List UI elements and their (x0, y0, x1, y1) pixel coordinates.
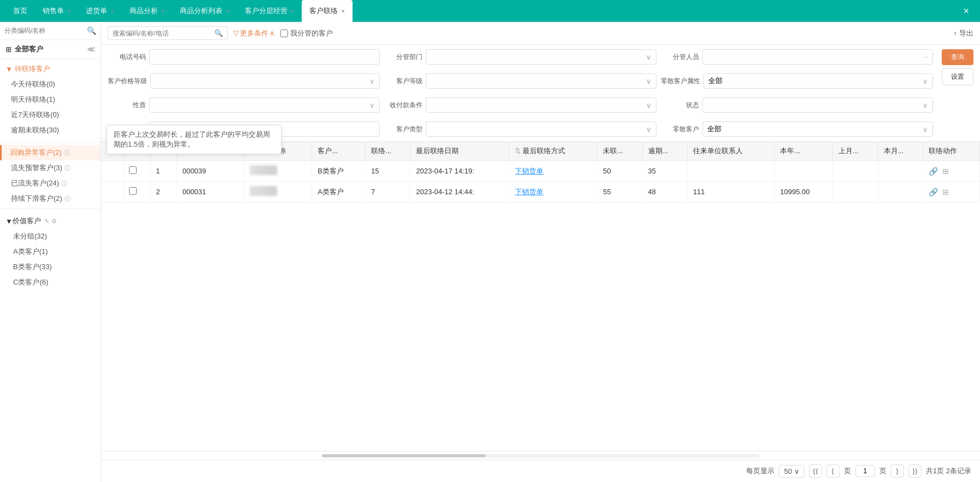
page-number-input[interactable] (855, 465, 875, 477)
nav-customer-tier-close[interactable]: × (291, 8, 294, 14)
row-last-method: 下销货单 (509, 182, 597, 202)
col-last-method: ⇅最后联络方式 (509, 142, 597, 161)
search-input[interactable] (113, 30, 212, 37)
sidebar-item-c-class[interactable]: C类客户(6) (0, 275, 101, 290)
gender-select[interactable]: ∨ (149, 97, 380, 113)
nav-product-list-close[interactable]: × (226, 8, 229, 14)
export-button[interactable]: ↑ 导出 (954, 28, 974, 38)
sidebar-all-customers-header[interactable]: ⊞ 全部客户 ≪ (0, 40, 101, 59)
query-button[interactable]: 查询 (942, 49, 973, 65)
settings-icon-sidebar[interactable]: ⚙ (51, 218, 57, 225)
row-type: A类客户 (312, 182, 366, 202)
horizontal-scrollbar-thumb[interactable] (322, 454, 486, 457)
first-page-button[interactable]: ⟨⟨ (809, 464, 822, 478)
action-grid-icon[interactable]: ⊞ (942, 188, 949, 196)
retail-attr-select[interactable]: 全部 ∨ (703, 73, 933, 89)
page-size-select[interactable]: 50 ∨ (779, 465, 804, 478)
row-current-month (878, 161, 923, 182)
sidebar-item-overdue[interactable]: 逾期未联络(30) (0, 123, 101, 138)
nav-product-list[interactable]: 商品分析列表 × (172, 0, 237, 22)
sidebar-item-a-class[interactable]: A类客户(1) (0, 244, 101, 259)
row-checkbox[interactable] (129, 166, 137, 174)
window-close-button[interactable]: × (958, 5, 975, 17)
nav-sales[interactable]: 销售单 × (35, 0, 78, 22)
chevron-down-icon-9: ∨ (923, 125, 928, 133)
last-page-button[interactable]: ⟩⟩ (908, 464, 922, 478)
phone-input[interactable] (149, 49, 380, 65)
search-icon[interactable]: 🔍 (214, 29, 223, 37)
sidebar-item-ungrouped[interactable]: 未分组(32) (0, 229, 101, 244)
my-customer-checkbox-area: 我分管的客户 (280, 28, 333, 38)
price-level-select[interactable]: ∨ (150, 73, 380, 89)
nav-product-analysis[interactable]: 商品分析 × (122, 0, 172, 22)
sidebar-item-already-lost[interactable]: 已流失客户(24) ⓘ (0, 176, 101, 191)
chevron-down-icon-3: ∨ (646, 77, 652, 85)
chevron-down-icon-5: ∨ (369, 101, 375, 109)
customer-level-select[interactable]: ∨ (426, 73, 656, 89)
row-name (244, 182, 312, 202)
sidebar-item-tomorrow[interactable]: 明天待联络(1) (0, 92, 101, 107)
row-code: 000031 (177, 182, 244, 202)
last-method-link[interactable]: 下销货单 (515, 167, 543, 175)
row-current-year: 10995.00 (774, 182, 833, 202)
payment-select[interactable]: ∨ (426, 97, 656, 113)
customer-name-blur (250, 186, 277, 196)
sidebar-divider-2 (0, 208, 101, 209)
col-contact-count: 联络... (366, 142, 410, 161)
sidebar-collapse-btn[interactable]: ≪ (87, 45, 95, 54)
next-page-button[interactable]: ⟩ (891, 464, 904, 478)
sidebar-search-input[interactable] (4, 27, 87, 34)
filter-buttons: 查询 设置 (942, 49, 973, 85)
action-link-icon[interactable]: 🔗 (929, 188, 938, 196)
my-customer-checkbox[interactable] (280, 30, 288, 37)
pagination: 每页显示 50 ∨ ⟨⟨ ⟨ 页 页 ⟩ ⟩⟩ 共1页 2条记录 (101, 460, 980, 482)
nav-customer-contact-close[interactable]: × (341, 8, 344, 14)
sidebar-item-repurchase-abnormal[interactable]: 回购异常客户(2) ⓘ (0, 145, 101, 160)
customer-type-select[interactable]: ∨ (426, 121, 656, 137)
filter-customer-level: 客户等级 ∨ (384, 73, 656, 89)
sidebar-search-icon[interactable]: 🔍 (87, 26, 96, 35)
row-checkbox[interactable] (129, 187, 137, 195)
filter-person: 分管人员 ··· (661, 49, 933, 65)
nav-product-analysis-close[interactable]: × (161, 8, 165, 14)
dept-select[interactable]: ∨ (426, 49, 656, 65)
retail-customer-select[interactable]: 全部 ∨ (702, 121, 933, 137)
value-customer-title[interactable]: ▼ 价值客户 ✎ ⚙ (0, 213, 101, 229)
last-method-link[interactable]: 下销货单 (515, 188, 543, 196)
horizontal-scrollbar-track[interactable] (322, 454, 759, 457)
filter-row-3: 性质 ∨ 收付款条件 ∨ 状态 (108, 97, 933, 113)
nav-customer-tier[interactable]: 客户分层经营 × (237, 0, 302, 22)
action-link-icon[interactable]: 🔗 (929, 167, 938, 176)
nav-sales-close[interactable]: × (67, 8, 71, 14)
sidebar-item-lost-preview[interactable]: 流失预警客户(3) ⓘ (0, 160, 101, 176)
info-icon-2: ⓘ (64, 164, 71, 172)
sidebar-item-b-class[interactable]: B类客户(33) (0, 259, 101, 275)
pending-section-title[interactable]: ▼ 待联络客户 (0, 61, 101, 77)
prev-page-button[interactable]: ⟨ (826, 464, 840, 478)
sidebar-item-continuous-down[interactable]: 持续下滑客户(2) ⓘ (0, 191, 101, 206)
edit-icon[interactable]: ✎ (44, 218, 49, 225)
horizontal-scrollbar-area (101, 451, 980, 460)
nav-purchase-close[interactable]: × (110, 8, 114, 14)
sidebar-search-area: 🔍 (0, 22, 101, 40)
row-contact-count: 15 (366, 161, 410, 182)
person-input[interactable]: ··· (702, 49, 933, 65)
sidebar-item-7days[interactable]: 近7天待联络(0) (0, 107, 101, 123)
nav-customer-contact[interactable]: 客户联络 × (302, 0, 352, 22)
row-settings-cell (101, 161, 123, 182)
filter-customer-type: 客户类型 ∨ (384, 121, 656, 137)
sidebar-item-today[interactable]: 今天待联络(0) (0, 77, 101, 92)
col-current-month: 本月... (878, 142, 923, 161)
arrow-down-icon-2: ▼ (5, 217, 13, 225)
settings-button[interactable]: 设置 (942, 68, 973, 85)
info-icon-4: ⓘ (64, 195, 71, 203)
status-select[interactable]: ∨ (702, 97, 933, 113)
action-grid-icon[interactable]: ⊞ (942, 167, 949, 176)
nav-home[interactable]: 首页 (5, 0, 35, 22)
ellipsis-icon: ··· (923, 54, 928, 60)
export-icon: ↑ (954, 29, 958, 37)
sidebar-divider-1 (0, 142, 101, 143)
chevron-down-icon-10: ∨ (794, 467, 800, 475)
nav-purchase[interactable]: 进货单 × (78, 0, 121, 22)
more-conditions-btn[interactable]: ▽ 更多条件 ∧ (233, 28, 275, 38)
